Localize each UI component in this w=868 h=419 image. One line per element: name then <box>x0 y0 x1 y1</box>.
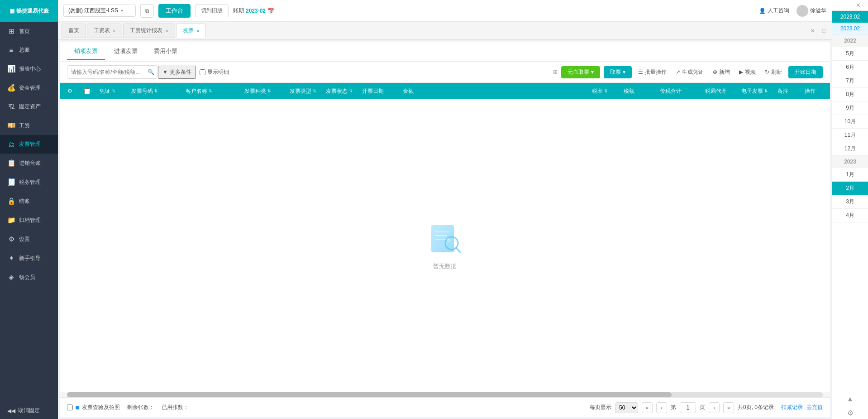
search-icon[interactable]: 🔍 <box>148 69 154 75</box>
period-header-row1[interactable]: 2023.02 <box>832 11 868 23</box>
last-page-btn[interactable]: » <box>723 402 734 413</box>
tab-home[interactable]: 首页 <box>62 24 86 38</box>
period-2022-05[interactable]: 5月 <box>832 47 868 61</box>
select-all-checkbox[interactable] <box>84 88 90 94</box>
new-button[interactable]: ⊕ 新增 <box>710 66 733 78</box>
search-input[interactable] <box>67 65 157 79</box>
sidebar-item-label: 畅会员 <box>19 274 35 281</box>
th-invoice-no[interactable]: 发票号码 ⇅ <box>128 85 182 98</box>
period-2022-10[interactable]: 10月 <box>832 115 868 129</box>
tab-close-icon[interactable]: × <box>165 28 168 34</box>
th-invoice-kind[interactable]: 发票类型 ⇅ <box>286 85 322 98</box>
video-button[interactable]: ▶ 视频 <box>736 66 758 78</box>
right-panel-settings-icon[interactable]: ⚙ <box>847 409 854 417</box>
invoice-check-checkbox[interactable] <box>67 405 73 410</box>
th-tax-rate[interactable]: 税率 ⇅ <box>588 85 620 98</box>
footer-invoice-check[interactable]: 发票查验及拍照 <box>67 404 120 411</box>
tab-bar-expand-icon[interactable]: □ <box>820 28 828 34</box>
refresh-button[interactable]: ↻ 刷新 <box>762 66 785 78</box>
th-amount[interactable]: 金额 <box>399 85 588 98</box>
period-header-row2[interactable]: 2023.02 <box>832 23 868 35</box>
add-record-link[interactable]: 扣减记录 <box>781 404 803 411</box>
th-checkbox[interactable] <box>78 86 96 97</box>
period-calendar-icon[interactable]: 📅 <box>267 8 274 14</box>
tab-bar-close-icon[interactable]: ✕ <box>808 28 818 34</box>
sub-tab-sales-invoice[interactable]: 销项发票 <box>67 43 105 60</box>
switch-version-button[interactable]: 切到旧版 <box>195 4 229 17</box>
sidebar-item-funds[interactable]: 💰 资金管理 <box>0 78 58 97</box>
service-btn[interactable]: 👤 人工咨询 <box>759 7 789 14</box>
batch-ops-button[interactable]: ☰ 批量操作 <box>635 66 669 78</box>
next-page-btn[interactable]: › <box>709 402 720 413</box>
tab-close-icon[interactable]: × <box>113 28 115 34</box>
user-btn[interactable]: 徐溢华 <box>796 5 826 17</box>
show-detail-checkbox[interactable]: 显示明细 <box>200 68 229 76</box>
period-2023-01[interactable]: 1月 <box>832 168 868 182</box>
tab-invoice[interactable]: 发票 × <box>176 24 206 38</box>
th-action[interactable]: 操作 <box>801 85 828 98</box>
th-total[interactable]: 价税合计 <box>656 85 701 98</box>
th-status[interactable]: 发票状态 ⇅ <box>322 85 358 98</box>
period-2023-02[interactable]: 2月 <box>832 182 868 195</box>
sidebar-item-guide[interactable]: ✦ 新手引导 <box>0 249 58 268</box>
right-panel-up-icon[interactable]: ▲ <box>847 395 854 403</box>
sidebar-item-reports[interactable]: 📊 报表中心 <box>0 59 58 78</box>
sub-tab-purchase-invoice[interactable]: 进项发票 <box>107 43 145 60</box>
open-period-button[interactable]: 开账日期 <box>788 66 823 78</box>
period-2022-08[interactable]: 8月 <box>832 88 868 101</box>
prev-page-btn[interactable]: ‹ <box>656 402 667 413</box>
page-size-select[interactable]: 50 100 200 <box>615 402 638 413</box>
th-tax-code[interactable]: 税局代开 <box>701 85 738 98</box>
workspace-button[interactable]: 工作台 <box>158 4 191 18</box>
year-2022-label: 2022 <box>832 35 868 47</box>
th-tax[interactable]: 税额 <box>620 85 656 98</box>
no-cancel-button[interactable]: 无血取票 ▾ <box>561 66 600 78</box>
generate-voucher-button[interactable]: ↗ 生成凭证 <box>673 66 706 78</box>
filter-button[interactable]: ▼ 更多条件 <box>158 66 196 79</box>
sidebar-item-invoice-mgmt[interactable]: 🗂 发票管理 <box>0 135 58 154</box>
period-2023-03[interactable]: 3月 <box>832 195 868 209</box>
sidebar-item-label: 设置 <box>19 236 30 243</box>
scroll-area[interactable] <box>60 392 830 397</box>
recharge-link[interactable]: 去充值 <box>806 404 823 411</box>
period-2022-12[interactable]: 12月 <box>832 142 868 156</box>
take-ticket-button[interactable]: 取票 ▾ <box>604 66 632 78</box>
copy-button[interactable]: ⧉ <box>140 4 154 18</box>
sidebar-item-member[interactable]: ◈ 畅会员 <box>0 268 58 287</box>
th-date[interactable]: 开票日期 <box>358 85 399 98</box>
period-2022-07[interactable]: 7月 <box>832 74 868 88</box>
company-selector[interactable]: (勿删) 江西股宝-LSS ▾ <box>63 5 136 17</box>
period-2023-04[interactable]: 4月 <box>832 209 868 222</box>
right-panel-close-icon[interactable]: ✕ <box>856 2 861 9</box>
sidebar-item-settings[interactable]: ⚙ 设置 <box>0 230 58 249</box>
page-input[interactable] <box>680 402 696 413</box>
sub-tab-expense-receipt[interactable]: 费用小票 <box>147 43 185 60</box>
period-2022-06[interactable]: 6月 <box>832 61 868 74</box>
first-page-btn[interactable]: « <box>642 402 653 413</box>
sidebar-item-closing[interactable]: 🔒 结账 <box>0 192 58 211</box>
sidebar-item-payroll[interactable]: 💴 工资 <box>0 116 58 135</box>
sort-icon: ⇅ <box>349 89 353 93</box>
th-customer[interactable]: 客户名称 ⇅ <box>182 85 241 98</box>
th-e-invoice[interactable]: 电子发票 ⇅ <box>738 85 774 98</box>
sidebar-item-home[interactable]: ⊞ 首页 <box>0 22 58 41</box>
tab-close-icon[interactable]: × <box>196 28 199 34</box>
right-panel-expand-icon[interactable]: □ <box>863 2 866 9</box>
th-invoice-type[interactable]: 发票种类 ⇅ <box>241 85 286 98</box>
sidebar-item-tax[interactable]: 🧾 税务管理 <box>0 173 58 192</box>
sidebar-item-ledger[interactable]: ≡ 总账 <box>0 41 58 59</box>
tab-payroll-table[interactable]: 工资表 × <box>87 24 122 38</box>
period-2022-11[interactable]: 11月 <box>832 129 868 142</box>
sub-tabs: 销项发票 进项发票 费用小票 <box>60 42 830 62</box>
tab-payroll-stats[interactable]: 工资统计报表 × <box>123 24 175 38</box>
sidebar-item-archive[interactable]: 📁 归档管理 <box>0 211 58 230</box>
period-2022-09[interactable]: 9月 <box>832 101 868 115</box>
show-detail-input[interactable] <box>200 69 205 75</box>
sidebar-unpin-btn[interactable]: ◀◀ 取消固定 <box>0 402 58 419</box>
sidebar-item-sales-ledger[interactable]: 📋 进销台账 <box>0 154 58 173</box>
scrollbar-thumb[interactable] <box>67 392 672 397</box>
th-voucher[interactable]: 凭证 ⇅ <box>96 85 128 98</box>
th-remark[interactable]: 备注 <box>774 85 801 98</box>
sidebar-item-assets[interactable]: 🏗 固定资产 <box>0 97 58 116</box>
table-header: ⚙ 凭证 ⇅ 发票号码 ⇅ 客户名称 ⇅ 发票种类 ⇅ 发票类型 ⇅ <box>60 83 830 99</box>
